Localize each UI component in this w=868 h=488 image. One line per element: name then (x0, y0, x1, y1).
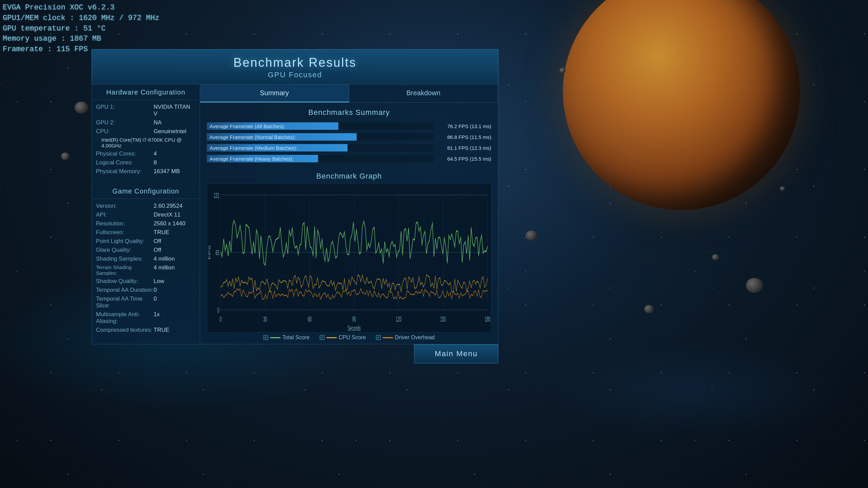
bench-bar-label-2: Average Framerate (Medium Batches): (210, 145, 297, 151)
fullscreen-value: TRUE (154, 229, 196, 236)
cpu-row: CPU: GenuineIntel (96, 127, 196, 136)
hud-line2: GPU1/MEM clock : 1620 MHz / 972 MHz (3, 13, 159, 24)
bench-row-3: Average Framerate (Heavy Batches): 64.5 … (207, 154, 491, 163)
version-label: Version: (96, 203, 154, 209)
asteroid-2 (61, 152, 70, 160)
bench-row-2: Average Framerate (Medium Batches): 81.1… (207, 143, 491, 152)
asteroid-8 (644, 305, 654, 313)
bench-bar-1: Average Framerate (Normal Batches): (207, 133, 357, 141)
hardware-config-table: GPU 1: NVIDIA TITAN V GPU 2: NA CPU: Gen… (92, 100, 200, 179)
version-value: 2.60.29524 (154, 203, 196, 209)
bench-bar-label-1: Average Framerate (Normal Batches): (210, 134, 296, 140)
gpu1-label: GPU 1: (96, 104, 154, 117)
gpu2-row: GPU 2: NA (96, 118, 196, 127)
legend-item-1: CPU Score (320, 334, 366, 341)
api-value: DirectX 11 (154, 211, 196, 218)
asteroid-5 (712, 254, 719, 260)
cpu-value: GenuineIntel (154, 128, 196, 135)
cpu-label: CPU: (96, 128, 154, 135)
bench-row-0: Average Framerate (All Batches): 76.2 FP… (207, 122, 491, 130)
game-config-table: Version: 2.60.29524 API: DirectX 11 Reso… (92, 199, 200, 337)
temporal-aa-time-value: 0 (154, 296, 196, 309)
api-row: API: DirectX 11 (96, 210, 196, 219)
tabs-bar: Summary Breakdown (200, 84, 498, 103)
legend-item-0: Total Score (263, 334, 310, 341)
gpu2-label: GPU 2: (96, 119, 154, 126)
graph-legend: Total Score CPU Score Driver Overhead (207, 334, 491, 341)
svg-text:150: 150 (440, 315, 446, 323)
gpu2-value: NA (154, 119, 196, 126)
point-light-value: Off (154, 238, 196, 245)
resolution-value: 868 x 488 (154, 220, 196, 227)
hud-line1: EVGA Precision XOC v6.2.3 (3, 3, 159, 13)
legend-checkbox-0[interactable] (263, 335, 268, 340)
bench-row-1: Average Framerate (Normal Batches): 86.8… (207, 133, 491, 141)
hardware-section-title: Hardware Configuration (92, 84, 200, 100)
glare-label: Glare Quality: (96, 247, 154, 253)
bench-value-2: 81.1 FPS (12.3 ms) (437, 145, 491, 151)
bench-bar-container-0: Average Framerate (All Batches): (207, 122, 434, 130)
bench-bar-label-0: Average Framerate (All Batches): (210, 123, 285, 129)
svg-text:Seconds: Seconds (348, 324, 361, 332)
legend-label-0: Total Score (282, 334, 310, 341)
physical-memory-label: Physical Memory: (96, 168, 154, 175)
gpu1-row: GPU 1: NVIDIA TITAN V (96, 103, 196, 118)
bench-bar-container-3: Average Framerate (Heavy Batches): (207, 155, 434, 162)
logical-cores-row: Logical Cores: 8 (96, 158, 196, 167)
api-label: API: (96, 211, 154, 218)
cpu-model-row: Intel(R) Core(TM) i7-6700K CPU @ 4.00GHz (96, 136, 196, 149)
tab-summary[interactable]: Summary (200, 84, 349, 102)
title-bar: Benchmark Results GPU Focused (92, 49, 498, 84)
point-light-label: Point Light Quality: (96, 238, 154, 245)
legend-checkbox-1[interactable] (320, 335, 324, 340)
compressed-value: TRUE (154, 327, 196, 333)
asteroid-4 (526, 230, 537, 241)
graph-section: Benchmark Graph 0651310306090120150180Se… (200, 168, 498, 344)
svg-text:60: 60 (308, 315, 312, 323)
graph-title: Benchmark Graph (207, 172, 491, 181)
tab-breakdown[interactable]: Breakdown (349, 84, 498, 102)
bench-value-0: 76.2 FPS (13.1 ms) (437, 123, 491, 129)
msaa-label: Multisample Anti-Aliasing: (96, 311, 154, 325)
temporal-aa-time-label: Temporal AA Time Slice: (96, 296, 154, 309)
shadow-quality-row: Shadow Quality: Low (96, 277, 196, 286)
legend-label-1: CPU Score (339, 334, 366, 341)
main-menu-bar: Main Menu (92, 344, 498, 363)
terrain-shading-row: Terrain Shading Samples: 4 million (96, 263, 196, 277)
svg-text:90: 90 (352, 315, 356, 323)
logical-cores-label: Logical Cores: (96, 159, 154, 166)
shading-samples-row: Shading Samples: 4 million (96, 255, 196, 263)
temporal-aa-time-row: Temporal AA Time Slice: 0 (96, 294, 196, 310)
bench-graph-svg: 0651310306090120150180SecondsFPS (207, 184, 491, 332)
bench-bar-container-2: Average Framerate (Medium Batches): (207, 144, 434, 151)
compressed-row: Compressed textures: TRUE (96, 326, 196, 334)
main-menu-button[interactable]: Main Menu (414, 344, 498, 363)
terrain-shading-label: Terrain Shading Samples: (96, 264, 154, 276)
msaa-row: Multisample Anti-Aliasing: 1x (96, 310, 196, 326)
legend-label-2: Driver Overhead (395, 334, 435, 341)
legend-color-2 (383, 337, 393, 338)
hud-line3: GPU temperature : 51 °C (3, 24, 159, 34)
fullscreen-label: Fullscreen: (96, 229, 154, 236)
svg-text:FPS: FPS (208, 245, 211, 260)
compressed-label: Compressed textures: (96, 327, 154, 333)
legend-item-2: Driver Overhead (376, 334, 435, 341)
terrain-shading-value: 4 million (154, 264, 196, 276)
left-panel: Hardware Configuration GPU 1: NVIDIA TIT… (92, 84, 200, 344)
point-light-row: Point Light Quality: Off (96, 237, 196, 246)
bench-value-3: 64.5 FPS (15.5 ms) (437, 156, 491, 162)
version-row: Version: 2.60.29524 (96, 202, 196, 210)
benchmarks-summary-section: Benchmarks Summary Average Framerate (Al… (200, 103, 498, 168)
glare-value: Off (154, 247, 196, 253)
legend-color-1 (327, 337, 337, 338)
msaa-value: 1x (154, 311, 196, 325)
asteroid-7 (746, 278, 763, 293)
logical-cores-value: 8 (154, 159, 196, 166)
legend-checkbox-2[interactable] (376, 335, 381, 340)
section-gap (92, 179, 200, 183)
graph-area: 0651310306090120150180SecondsFPS (207, 183, 491, 332)
svg-text:180: 180 (485, 315, 491, 323)
cpu-model-value: Intel(R) Core(TM) i7-6700K CPU @ 4.00GHz (96, 137, 196, 148)
physical-cores-row: Physical Cores: 4 (96, 149, 196, 158)
content-row: Hardware Configuration GPU 1: NVIDIA TIT… (92, 84, 498, 344)
